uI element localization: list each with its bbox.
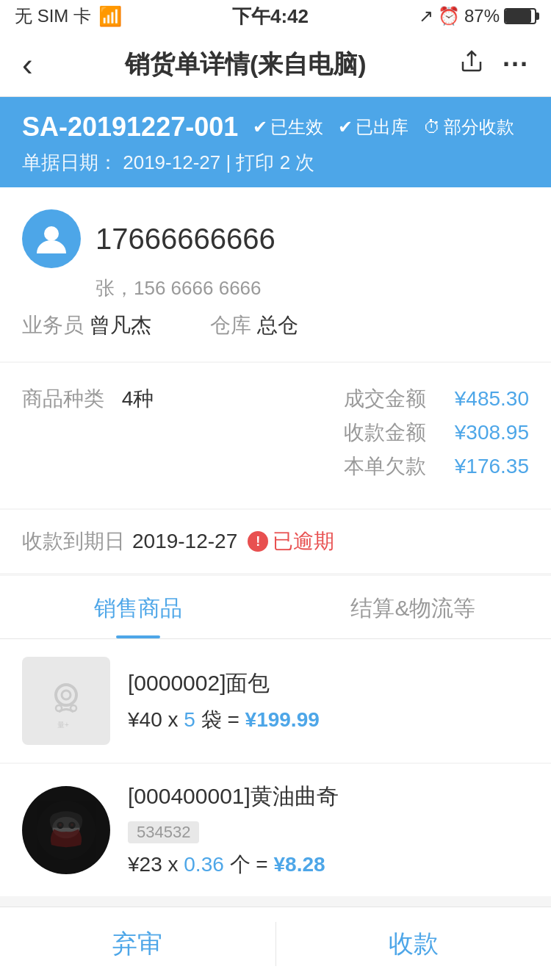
svg-point-1 <box>56 685 76 705</box>
cancel-button[interactable]: 弃审 <box>0 907 276 980</box>
product-badge: 534532 <box>128 821 199 843</box>
more-button[interactable]: ··· <box>503 49 529 80</box>
clock-icon: ⏱ <box>423 117 441 137</box>
overdue-badge: ! 已逾期 <box>248 527 334 555</box>
sales-rep-item: 业务员 曾凡杰 <box>22 311 151 339</box>
product-price: ¥23 x 0.36 个 = ¥8.28 <box>128 851 529 879</box>
wifi-icon: 📶 <box>98 5 122 28</box>
share-button[interactable] <box>458 48 485 81</box>
status-badge-shipped: ✔ 已出库 <box>338 115 408 139</box>
customer-name-phone: 张，156 6666 6666 <box>22 275 529 301</box>
status-bar-time: 下午4:42 <box>232 4 309 29</box>
status-bar-right: ↗ ⏰ 87% <box>419 6 536 26</box>
transaction-row: 成交金额 ¥485.30 <box>344 385 529 413</box>
order-id-text: SA-20191227-001 <box>22 112 238 143</box>
warehouse-value: 总仓 <box>257 311 298 339</box>
due-date-section: 收款到期日 2019-12-27 ! 已逾期 <box>0 510 551 573</box>
tabs-bar[interactable]: 销售商品 结算&物流等 <box>0 576 551 639</box>
debt-label: 本单欠款 <box>344 453 426 480</box>
status-badge-active: ✔ 已生效 <box>253 115 323 139</box>
overdue-text: 已逾期 <box>273 527 334 555</box>
product-total: ¥199.99 <box>245 708 320 731</box>
product-name: [0000002]面包 <box>128 669 529 699</box>
product-price: ¥40 x 5 袋 = ¥199.99 <box>128 706 529 734</box>
status-bar-left: 无 SIM 卡 📶 <box>15 4 122 28</box>
stats-section: 商品种类 4种 成交金额 ¥485.30 收款金额 ¥308.95 本单欠款 ¥… <box>0 363 551 508</box>
product-types-label: 商品种类 <box>22 387 104 410</box>
sales-rep-label: 业务员 <box>22 311 84 339</box>
warehouse-label: 仓库 <box>210 311 251 339</box>
product-info: [0000002]面包 ¥40 x 5 袋 = ¥199.99 <box>128 669 529 734</box>
product-thumbnail <box>22 786 110 874</box>
nav-left[interactable]: ‹ <box>22 46 33 83</box>
product-qty: 5 <box>184 708 195 731</box>
due-date-label: 收款到期日 <box>22 527 125 555</box>
battery-icon <box>504 8 536 24</box>
debt-amount: ¥176.35 <box>441 455 529 478</box>
received-amount: ¥308.95 <box>441 421 529 444</box>
confirm-payment-button[interactable]: 收款 <box>276 907 552 980</box>
header-banner: SA-20191227-001 ✔ 已生效 ✔ 已出库 ⏱ 部分收款 单据日期：… <box>0 97 551 187</box>
svg-point-3 <box>56 705 62 711</box>
customer-account-id: 17666666666 <box>96 223 276 256</box>
svg-point-4 <box>71 705 76 711</box>
back-button[interactable]: ‹ <box>22 46 33 83</box>
product-total: ¥8.28 <box>273 853 325 876</box>
due-date-value: 2019-12-27 <box>132 530 237 553</box>
status-badge-partial: ⏱ 部分收款 <box>423 115 514 139</box>
order-date-row: 单据日期： 2019-12-27 | 打印 2 次 <box>22 150 529 176</box>
battery-percentage: 87% <box>464 6 500 26</box>
bottom-bar[interactable]: 弃审 收款 <box>0 907 551 980</box>
customer-meta: 业务员 曾凡杰 仓库 总仓 <box>22 311 529 339</box>
transaction-amount: ¥485.30 <box>441 387 529 411</box>
received-row: 收款金额 ¥308.95 <box>344 419 529 447</box>
avatar <box>22 209 81 268</box>
received-label: 收款金额 <box>344 419 426 447</box>
status-bar: 无 SIM 卡 📶 下午4:42 ↗ ⏰ 87% <box>0 0 551 32</box>
page-title: 销货单详情(来自电脑) <box>125 48 367 82</box>
tab-settlement[interactable]: 结算&物流等 <box>276 576 551 638</box>
check-icon-1: ✔ <box>253 117 267 137</box>
carrier-text: 无 SIM 卡 <box>15 4 91 28</box>
order-id-row: SA-20191227-001 ✔ 已生效 ✔ 已出库 ⏱ 部分收款 <box>22 112 529 143</box>
product-info: [000400001]黄油曲奇 534532 ¥23 x 0.36 个 = ¥8… <box>128 782 529 879</box>
product-item: 量+ [0000002]面包 ¥40 x 5 袋 = ¥199.99 <box>0 639 551 763</box>
tab-sales-products[interactable]: 销售商品 <box>0 576 276 638</box>
debt-row: 本单欠款 ¥176.35 <box>344 453 529 480</box>
product-name: [000400001]黄油曲奇 <box>128 782 529 812</box>
product-item: [000400001]黄油曲奇 534532 ¥23 x 0.36 个 = ¥8… <box>0 764 551 896</box>
customer-section: 17666666666 张，156 6666 6666 业务员 曾凡杰 仓库 总… <box>0 187 551 361</box>
warehouse-item: 仓库 总仓 <box>210 311 298 339</box>
svg-point-0 <box>44 226 59 241</box>
alarm-icon: ⏰ <box>438 6 460 26</box>
svg-point-2 <box>62 691 71 699</box>
nav-right[interactable]: ··· <box>458 48 529 81</box>
transaction-label: 成交金额 <box>344 385 426 413</box>
location-icon: ↗ <box>419 6 433 26</box>
product-types-value: 4种 <box>122 387 154 410</box>
customer-top: 17666666666 <box>22 209 529 268</box>
svg-text:量+: 量+ <box>57 721 69 729</box>
sales-rep-value: 曾凡杰 <box>90 311 151 339</box>
nav-bar: ‹ 销货单详情(来自电脑) ··· <box>0 32 551 97</box>
stats-right: 成交金额 ¥485.30 收款金额 ¥308.95 本单欠款 ¥176.35 <box>344 385 529 486</box>
product-types: 商品种类 4种 <box>22 385 154 413</box>
overdue-icon: ! <box>248 531 268 552</box>
product-qty: 0.36 <box>184 853 224 876</box>
product-thumbnail: 量+ <box>22 657 110 745</box>
check-icon-2: ✔ <box>338 117 353 137</box>
